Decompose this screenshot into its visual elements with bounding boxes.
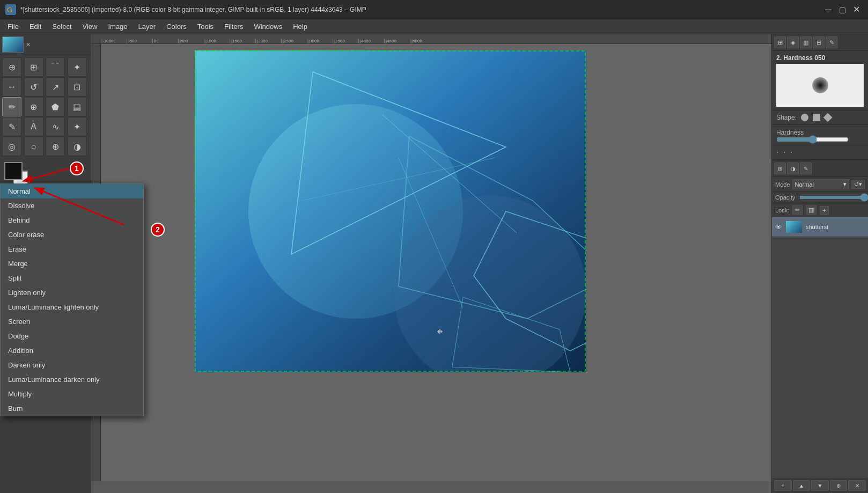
toolbox: ✕ ⊕ ⊞ ⌒ ✦ ↔ ↺ ↗ ⊡ ✏ ⊕ ⬟ ▤ ✎ A ∿ ✦ ◎ ⌕ ⊕ … <box>0 34 91 493</box>
new-layer-button[interactable]: + <box>774 480 792 491</box>
heal-button[interactable]: ⊕ <box>24 97 43 116</box>
mode-option-dissolve[interactable]: Dissolve <box>1 198 143 213</box>
rotate-button[interactable]: ↺ <box>24 77 43 97</box>
lock-alpha-button[interactable]: ▥ <box>806 205 816 215</box>
zoom-button[interactable]: ⌕ <box>24 137 43 156</box>
lock-pixels-button[interactable]: ✏ <box>792 205 803 215</box>
layer-mode-row: Mode Normal ▾ ↺▾ <box>772 177 868 192</box>
titlebar: G *[shutterstock_2535506] (imported)-8.0… <box>0 0 868 19</box>
shape-section: Shape: <box>772 111 868 125</box>
menu-view[interactable]: View <box>77 21 103 32</box>
shape-square-option[interactable] <box>813 114 820 121</box>
paint-button[interactable]: ✏ <box>2 97 21 116</box>
lock-position-button[interactable]: + <box>820 206 828 215</box>
clone-button[interactable]: ⊕ <box>46 137 65 156</box>
menu-colors[interactable]: Colors <box>161 21 192 32</box>
mode-option-burn[interactable]: Burn <box>1 401 143 416</box>
minimize-button[interactable]: ─ <box>822 3 835 16</box>
paths-tab-button[interactable]: ✎ <box>800 163 812 174</box>
mode-option-behind[interactable]: Behind <box>1 213 143 227</box>
channels-tab-button[interactable]: ◑ <box>787 163 799 174</box>
brush-dot <box>812 77 828 93</box>
text-button[interactable]: A <box>24 117 43 136</box>
right-panel-toolbar: ⊞ ◈ ▥ ⊟ ✎ <box>772 34 868 51</box>
panel-tool-4[interactable]: ⊟ <box>813 36 825 48</box>
menu-edit[interactable]: Edit <box>24 21 47 32</box>
lower-layer-button[interactable]: ▼ <box>811 480 829 491</box>
layer-mode-chevron: ▾ <box>843 181 847 188</box>
delete-layer-button[interactable]: ✕ <box>848 480 866 491</box>
menu-file[interactable]: File <box>2 21 24 32</box>
lock-label: Lock: <box>775 207 789 214</box>
smudge-button[interactable]: ∿ <box>46 117 65 136</box>
mini-canvas-thumb[interactable] <box>2 36 24 53</box>
close-button[interactable]: ✕ <box>850 3 863 16</box>
layers-tab-button[interactable]: ⊞ <box>774 163 786 174</box>
mode-option-lighten-only[interactable]: Lighten only <box>1 285 143 300</box>
layer-mode-select[interactable]: Normal ▾ <box>792 179 849 189</box>
canvas-drawing <box>195 50 586 372</box>
bucket-button[interactable]: ⬟ <box>46 97 65 116</box>
menu-select[interactable]: Select <box>47 21 77 32</box>
mode-option-luma-lighten[interactable]: Luma/Luminance lighten only <box>1 300 143 314</box>
menu-windows[interactable]: Windows <box>248 21 288 32</box>
ruler-tick: |5000 <box>410 39 436 43</box>
mode-option-addition[interactable]: Addition <box>1 343 143 358</box>
mode-option-luma-darken[interactable]: Luma/Luminance darken only <box>1 372 143 387</box>
mode-option-split[interactable]: Split <box>1 271 143 285</box>
layer-visibility-toggle[interactable]: 👁 <box>775 223 782 231</box>
shape-circle-option[interactable] <box>801 114 808 121</box>
tool-icons-grid: ⊕ ⊞ ⌒ ✦ ↔ ↺ ↗ ⊡ ✏ ⊕ ⬟ ▤ ✎ A ∿ ✦ ◎ ⌕ ⊕ ◑ <box>0 55 91 158</box>
mini-canvas-area: ✕ <box>0 34 91 55</box>
hardness-slider[interactable] <box>776 137 849 142</box>
maximize-button[interactable]: ▢ <box>836 3 849 16</box>
menu-filters[interactable]: Filters <box>219 21 248 32</box>
crop-button[interactable]: ⊡ <box>68 77 87 97</box>
mode-option-darken-only[interactable]: Darken only <box>1 358 143 372</box>
canvas-area: -1000 -500 0 |500 |1000 |1500 |2000 |250… <box>91 34 771 493</box>
ruler-tick: |1000 <box>204 39 230 43</box>
mode-option-multiply[interactable]: Multiply <box>1 387 143 401</box>
layer-mode-reset[interactable]: ↺▾ <box>851 180 865 189</box>
mode-option-screen[interactable]: Screen <box>1 314 143 329</box>
mode-option-color-erase[interactable]: Color erase <box>1 227 143 242</box>
menu-tools[interactable]: Tools <box>192 21 219 32</box>
scale-button[interactable]: ↗ <box>46 77 65 97</box>
hardness-section: Hardness <box>772 125 868 145</box>
mode-option-erase[interactable]: Erase <box>1 242 143 256</box>
menu-help[interactable]: Help <box>288 21 313 32</box>
mini-canvas-close[interactable]: ✕ <box>26 41 31 48</box>
panel-tool-3[interactable]: ▥ <box>800 36 812 48</box>
mode-option-normal[interactable]: Normal <box>1 184 143 198</box>
move-tool-button[interactable]: ⊕ <box>2 57 21 77</box>
ruler-tick: |3500 <box>333 39 358 43</box>
canvas-viewport[interactable] <box>101 44 771 481</box>
lock-row: Lock: ✏ ▥ + <box>772 203 868 217</box>
dodge-tool-btn[interactable]: ◑ <box>68 137 87 156</box>
foreground-color-swatch[interactable] <box>4 162 23 180</box>
align-tool-button[interactable]: ⊞ <box>24 57 43 77</box>
measure-button[interactable]: ◎ <box>2 137 21 156</box>
panel-tool-5[interactable]: ✎ <box>826 36 837 48</box>
fuzzy-select-button[interactable]: ✦ <box>68 57 87 77</box>
raise-layer-button[interactable]: ▲ <box>793 480 811 491</box>
mode-option-merge[interactable]: Merge <box>1 256 143 271</box>
duplicate-layer-button[interactable]: ⊕ <box>830 480 848 491</box>
mode-option-dodge[interactable]: Dodge <box>1 329 143 343</box>
menubar: File Edit Select View Image Layer Colors… <box>0 19 868 34</box>
shape-diamond-option[interactable] <box>823 113 833 122</box>
mode-dropdown-popup: Normal Dissolve Behind Color erase Erase… <box>0 183 144 416</box>
layers-toolbar: ⊞ ◑ ✎ <box>772 160 868 177</box>
spacing-dots-icon: · · · <box>776 148 793 157</box>
eyedrop-button[interactable]: ✦ <box>68 117 87 136</box>
menu-layer[interactable]: Layer <box>133 21 161 32</box>
transform-button[interactable]: ↔ <box>2 77 21 97</box>
path-button[interactable]: ✎ <box>2 117 21 136</box>
free-select-button[interactable]: ⌒ <box>46 57 65 77</box>
opacity-slider[interactable] <box>799 196 868 199</box>
gradient-button[interactable]: ▤ <box>68 97 87 116</box>
panel-tool-2[interactable]: ◈ <box>787 36 799 48</box>
panel-tool-1[interactable]: ⊞ <box>774 36 786 48</box>
menu-image[interactable]: Image <box>102 21 133 32</box>
brush-title: 2. Hardness 050 <box>776 54 864 62</box>
